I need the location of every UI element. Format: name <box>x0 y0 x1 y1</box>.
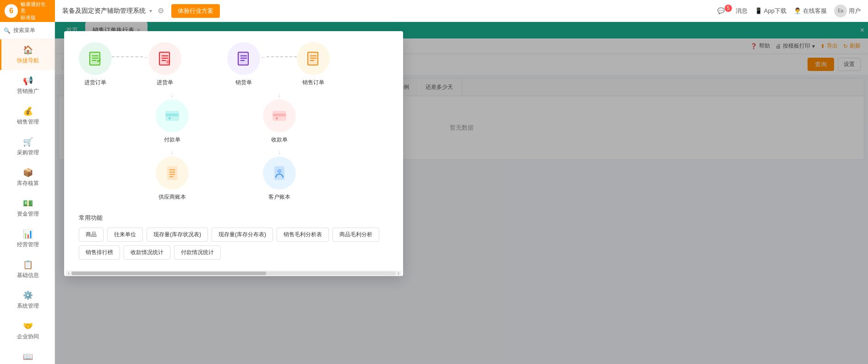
modal-scrollbar[interactable]: ‹ › <box>66 271 401 276</box>
flow-down-arrows-row: ↓ ↓ <box>79 90 388 99</box>
flow-down-arrows-row2: ↓ ↓ <box>79 147 388 157</box>
sidebar-label-sales: 销售管理 <box>17 118 39 126</box>
sales-bill-circle[interactable] <box>227 42 260 75</box>
top-right: 💬 5 消息 📱 App下载 👨‍💼 在线客服 Ea 用户 <box>717 5 861 17</box>
node-customer-ledger[interactable]: 客户账本 <box>263 157 296 201</box>
svg-rect-23 <box>166 114 179 116</box>
app-download-label: App下载 <box>764 7 786 15</box>
purchase-icon: 🛒 <box>23 137 33 147</box>
btn-payment-stats[interactable]: 付款情况统计 <box>174 245 221 260</box>
btn-partners[interactable]: 往来单位 <box>107 228 143 242</box>
search-icon: 🔍 <box>4 27 11 34</box>
sidebar-label-finance: 资金管理 <box>17 210 39 218</box>
sales-icon: 💰 <box>23 106 33 116</box>
sidebar-search[interactable]: 🔍 搜索菜单 <box>0 22 55 39</box>
node-sales-order[interactable]: 销售订单 <box>297 42 330 87</box>
svg-rect-26 <box>273 114 286 116</box>
logo-icon: 6 <box>5 4 18 18</box>
sidebar-item-base[interactable]: 📋 基础信息 <box>0 254 55 285</box>
btn-sales-profit[interactable]: 销售毛利分析表 <box>277 228 329 242</box>
service-label: 在线客服 <box>803 7 827 15</box>
user-area[interactable]: Ea 用户 <box>834 5 861 17</box>
inventory-icon: 📦 <box>23 168 33 178</box>
sidebar-item-sales[interactable]: 💰 销售管理 <box>0 101 55 131</box>
user-name: 用户 <box>849 7 861 15</box>
btn-stock-dist[interactable]: 现存量(库存分布表) <box>212 228 273 242</box>
sidebar-item-purchase[interactable]: 🛒 采购管理 <box>0 131 55 162</box>
purchase-bill-down-arrow: ↓ <box>156 91 189 98</box>
purchase-order-label: 进货订单 <box>84 79 106 87</box>
supplier-ledger-label: 供应商账本 <box>158 193 186 201</box>
node-purchase-order[interactable]: 进货订单 <box>79 42 112 87</box>
sidebar-item-cooperation[interactable]: 🤝 企业协同 <box>0 315 55 346</box>
btn-stock-status[interactable]: 现存量(库存状况表) <box>147 228 208 242</box>
marketing-icon: 📢 <box>23 76 33 86</box>
flow-row-1: 进货订单 <box>79 42 388 87</box>
customer-ledger-circle[interactable] <box>263 157 296 190</box>
sidebar-item-inventory[interactable]: 📦 库存核算 <box>0 162 55 193</box>
node-supplier-ledger[interactable]: 供应商账本 <box>156 157 189 201</box>
flow-row-2: ¥ 付款单 <box>79 99 388 144</box>
arrow-sales-order-to-bill <box>260 54 297 61</box>
sidebar-item-operation[interactable]: 📊 经营管理 <box>0 223 55 254</box>
settings-icon[interactable]: ⚙ <box>158 6 164 15</box>
cooperation-icon: 🤝 <box>23 321 33 331</box>
sidebar-item-newbie[interactable]: 📖 新手引导 <box>0 346 55 364</box>
sidebar-label-cooperation: 企业协同 <box>17 333 39 341</box>
svg-text:¥: ¥ <box>168 116 171 120</box>
sales-bill-down-arrow: ↓ <box>263 91 296 98</box>
sales-bill-label: 销货单 <box>235 79 252 87</box>
svg-text:¥: ¥ <box>275 116 278 120</box>
receipt-bill-circle[interactable]: ¥ <box>263 99 296 132</box>
btn-goods-profit[interactable]: 商品毛利分析 <box>333 228 379 242</box>
node-receipt-bill[interactable]: ¥ 收款单 <box>263 99 296 144</box>
content-area: 首页 销售订单执行表 × × ❓ 帮助 🖨 按模板打印 <box>55 22 868 364</box>
btn-goods[interactable]: 商品 <box>79 228 104 242</box>
modal-overlay[interactable]: 进货订单 <box>55 38 868 364</box>
sidebar-label-purchase: 采购管理 <box>17 149 39 157</box>
purchase-order-circle[interactable] <box>79 42 112 75</box>
sidebar-item-system[interactable]: ⚙️ 系统管理 <box>0 285 55 315</box>
svg-text:!: ! <box>167 60 168 64</box>
avatar-text: Ea <box>838 8 843 13</box>
system-dropdown-icon[interactable]: ▾ <box>149 8 152 14</box>
scrollbar-track[interactable] <box>71 272 396 275</box>
customer-ledger-label: 客户账本 <box>268 193 290 201</box>
sidebar-item-quick-nav[interactable]: 🏠 快捷导航 <box>0 39 55 70</box>
message-btn[interactable]: 💬 5 消息 <box>717 7 748 15</box>
receipt-bill-label: 收款单 <box>271 136 288 144</box>
btn-sales-rank[interactable]: 销售排行榜 <box>79 245 120 260</box>
btn-receipt-stats[interactable]: 收款情况统计 <box>124 245 170 260</box>
payment-bill-circle[interactable]: ¥ <box>156 99 189 132</box>
node-payment-bill[interactable]: ¥ 付款单 <box>156 99 189 144</box>
sales-order-circle[interactable] <box>297 42 330 75</box>
sidebar-item-finance[interactable]: 💵 资金管理 <box>0 193 55 223</box>
svg-point-34 <box>278 169 281 173</box>
finance-icon: 💵 <box>23 198 33 208</box>
sidebar-label-base: 基础信息 <box>17 272 39 279</box>
sidebar-label-system: 系统管理 <box>17 302 39 310</box>
modal-inner: 进货订单 <box>64 38 403 271</box>
common-buttons-row1: 商品 往来单位 现存量(库存状况表) 现存量(库存分布表) 销售毛利分析表 商品… <box>79 228 388 242</box>
sidebar-label-operation: 经营管理 <box>17 241 39 249</box>
purchase-bill-circle[interactable]: ! <box>148 42 181 75</box>
supplier-ledger-circle[interactable] <box>156 157 189 190</box>
scrollbar-thumb[interactable] <box>71 272 266 275</box>
online-service-btn[interactable]: 👨‍💼 在线客服 <box>794 7 827 15</box>
node-purchase-bill[interactable]: ! 进货单 <box>148 42 181 87</box>
node-sales-bill[interactable]: 销货单 <box>227 42 260 87</box>
app-download-btn[interactable]: 📱 App下载 <box>755 7 786 15</box>
sidebar-label-inventory: 库存核算 <box>17 179 39 187</box>
logo-text: 畅康通好生意 标准版 <box>21 1 50 21</box>
sidebar-label-marketing: 营销推广 <box>17 87 39 95</box>
common-buttons-row2: 销售排行榜 收款情况统计 付款情况统计 <box>79 245 388 260</box>
scroll-left-icon[interactable]: ‹ <box>66 270 71 276</box>
message-badge: 5 <box>725 5 732 12</box>
message-label: 消息 <box>736 7 748 15</box>
experience-btn[interactable]: 体验行业方案 <box>171 4 220 18</box>
flow-row-3: 供应商账本 <box>79 157 388 201</box>
sidebar: 🔍 搜索菜单 🏠 快捷导航 📢 营销推广 💰 销售管理 🛒 采购管理 📦 库存核… <box>0 22 55 364</box>
sidebar-item-marketing[interactable]: 📢 营销推广 <box>0 70 55 101</box>
purchase-bill-label: 进货单 <box>157 79 173 87</box>
scroll-right-icon[interactable]: › <box>396 270 401 276</box>
